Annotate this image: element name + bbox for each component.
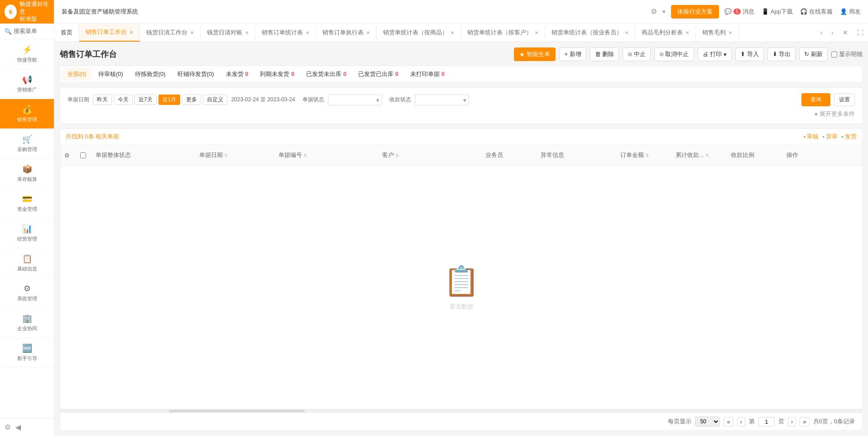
tab-sales-workbench[interactable]: 销售订单工作台 ✕ <box>79 24 140 42</box>
tab-close-all[interactable]: ✕ <box>838 25 853 40</box>
tab-scroll-right[interactable]: › <box>827 25 838 40</box>
page-prev-btn[interactable]: ‹ <box>737 417 745 427</box>
app-download-item[interactable]: 📱 App下载 <box>762 8 793 16</box>
filter-tab-pending-inspect[interactable]: 待拣验货(0) <box>129 68 171 81</box>
filter-tab-not-shipped[interactable]: 未发货 0 <box>221 68 254 81</box>
tab-sales-exec-close[interactable]: ✕ <box>366 30 370 35</box>
tab-by-customer-close[interactable]: ✕ <box>535 30 538 35</box>
sidebar-item-quick-nav[interactable]: ⚡ 快捷导航 <box>0 39 54 69</box>
show-detail-label[interactable]: 显示明细 <box>831 50 863 58</box>
cancel-audit-action-btn[interactable]: 弃审 <box>822 133 838 141</box>
topbar-settings-icon[interactable]: ⚙ <box>651 7 657 16</box>
message-item[interactable]: 💬 6 消息 <box>724 8 754 16</box>
filter-tab-not-printed[interactable]: 未打印单据 0 <box>405 68 450 81</box>
industry-btn[interactable]: 体验行业方案 <box>671 5 719 19</box>
sidebar-item-guide[interactable]: 🆕 新手引导 <box>0 338 54 368</box>
th-amount[interactable]: 订单金额 ⇅ <box>617 148 672 162</box>
online-service-item[interactable]: 🎧 在线客服 <box>800 8 833 16</box>
tab-cash-daily[interactable]: 钱货日清工作台 ✕ <box>140 24 201 41</box>
filter-settings-btn[interactable]: 设置 <box>834 93 855 106</box>
filter-tab-overdue-ship[interactable]: 到期未发货 0 <box>254 68 300 81</box>
tab-sales-stat[interactable]: 销售订单统计表 ✕ <box>255 24 316 41</box>
status-select[interactable] <box>328 95 382 105</box>
filter-tab-all[interactable]: 全部(0) <box>62 68 92 81</box>
settings-footer-btn[interactable]: ⚙ <box>5 423 11 431</box>
th-settings[interactable]: ⚙ <box>60 149 74 161</box>
scrollbar-thumb[interactable] <box>169 410 305 412</box>
tab-fullscreen[interactable]: ⛶ <box>853 25 868 40</box>
tab-by-customer[interactable]: 销货单统计表（按客户） ✕ <box>461 24 545 41</box>
th-date[interactable]: 单据日期 ⇅ <box>196 148 275 162</box>
tab-sales-profit[interactable]: 销售毛利 ✕ <box>696 24 739 41</box>
th-salesman[interactable]: 业务员 <box>482 148 537 162</box>
page-input[interactable] <box>758 417 775 427</box>
ship-action-btn[interactable]: 发货 <box>841 133 857 141</box>
audit-action-btn[interactable]: 审核 <box>803 133 819 141</box>
user-item[interactable]: 👤 用友 <box>840 8 861 16</box>
sidebar-item-inventory[interactable]: 📦 库存核算 <box>0 159 54 189</box>
expand-more-btn[interactable]: ▾ 展开更多条件 <box>815 110 855 118</box>
stop-btn[interactable]: ⊙ 中止 <box>623 47 651 61</box>
th-abnormal[interactable]: 异常信息 <box>537 148 616 162</box>
filter-tab-pending-audit[interactable]: 待审核(0) <box>93 68 129 81</box>
filter-tab-shipped-out[interactable]: 已发货已出库 0 <box>353 68 404 81</box>
sidebar-item-purchase[interactable]: 🛒 采购管理 <box>0 129 54 159</box>
cancel-stop-btn[interactable]: ⊙ 取消中止 <box>654 47 694 61</box>
tab-home[interactable]: 首页 <box>54 24 79 41</box>
th-collected[interactable]: 累计收款... ⇅ <box>672 148 727 162</box>
print-btn[interactable]: 🖨 打印 ▾ <box>698 47 732 61</box>
th-status[interactable]: 单据整体状态 <box>92 148 196 162</box>
tab-cash-daily-close[interactable]: ✕ <box>190 30 194 35</box>
select-all-checkbox[interactable] <box>80 152 86 158</box>
horizontal-scrollbar[interactable] <box>60 409 862 412</box>
date-btn-last7[interactable]: 近7天 <box>134 95 157 105</box>
page-size-select[interactable]: 50 10 20 100 <box>695 417 720 427</box>
import-btn[interactable]: ⬆ 导入 <box>735 47 764 61</box>
filter-tab-shipped-not-out[interactable]: 已发货未出库 0 <box>301 68 352 81</box>
delete-btn[interactable]: 🗑 删除 <box>590 47 619 61</box>
query-btn[interactable]: 查询 <box>801 93 830 106</box>
sidebar-item-operation[interactable]: 📊 经营管理 <box>0 218 54 248</box>
tab-cash-reconcile[interactable]: 钱货日清对账 ✕ <box>201 24 255 41</box>
sidebar-item-system[interactable]: ⚙ 系统管理 <box>0 278 54 308</box>
date-btn-more[interactable]: 更多 <box>182 95 201 105</box>
collapse-btn[interactable]: ◀ <box>15 423 21 431</box>
tab-gross-profit[interactable]: 商品毛利分析表 ✕ <box>635 24 696 41</box>
sidebar-item-sales[interactable]: 💰 销售管理 <box>0 99 54 129</box>
tab-by-product-close[interactable]: ✕ <box>451 30 454 35</box>
tab-sales-exec[interactable]: 销售订单执行表 ✕ <box>316 24 377 41</box>
page-next-btn[interactable]: › <box>788 417 796 427</box>
export-btn[interactable]: ⬇ 导出 <box>767 47 796 61</box>
sidebar-item-enterprise[interactable]: 🏢 企业协同 <box>0 308 54 338</box>
tab-sales-exec-label: 销售订单执行表 <box>322 28 364 37</box>
page-first-btn[interactable]: « <box>724 417 733 427</box>
tab-scroll-left[interactable]: ‹ <box>816 25 827 40</box>
search-menu[interactable]: 🔍 搜索菜单 <box>0 24 54 39</box>
th-customer[interactable]: 客户 ⇅ <box>379 148 482 162</box>
tab-sales-stat-close[interactable]: ✕ <box>306 30 309 35</box>
th-check[interactable] <box>74 150 92 161</box>
sidebar-item-marketing[interactable]: 📢 营销推广 <box>0 69 54 99</box>
topbar-dropdown-icon[interactable]: ▾ <box>662 8 666 15</box>
tab-by-staff[interactable]: 销货单统计表（按业务员） ✕ <box>545 24 635 41</box>
refresh-btn[interactable]: ↻ 刷新 <box>799 47 828 61</box>
date-btn-custom[interactable]: 自定义 <box>203 95 227 105</box>
smart-btn[interactable]: ★ 智能生单 <box>514 47 556 61</box>
th-no[interactable]: 单据编号 ⇅ <box>275 148 379 162</box>
date-btn-today[interactable]: 今天 <box>114 95 133 105</box>
tab-by-staff-close[interactable]: ✕ <box>625 30 628 35</box>
show-detail-checkbox[interactable] <box>831 52 837 57</box>
date-btn-last-month[interactable]: 近1月 <box>158 95 181 105</box>
date-btn-yesterday[interactable]: 昨天 <box>93 95 112 105</box>
tab-sales-workbench-close[interactable]: ✕ <box>129 30 133 35</box>
tab-gross-profit-close[interactable]: ✕ <box>686 30 689 35</box>
tab-by-product[interactable]: 销货单统计表（按商品） ✕ <box>377 24 461 41</box>
add-btn[interactable]: + 新增 <box>559 47 586 61</box>
tab-sales-profit-close[interactable]: ✕ <box>729 30 732 35</box>
payment-select[interactable] <box>415 95 469 105</box>
tab-cash-reconcile-close[interactable]: ✕ <box>245 30 249 35</box>
page-last-btn[interactable]: » <box>800 417 809 427</box>
sidebar-item-basic[interactable]: 📋 基础信息 <box>0 248 54 278</box>
filter-tab-wangpu-ship[interactable]: 旺铺待发货(0) <box>172 68 220 81</box>
sidebar-item-finance[interactable]: 💳 资金管理 <box>0 189 54 218</box>
